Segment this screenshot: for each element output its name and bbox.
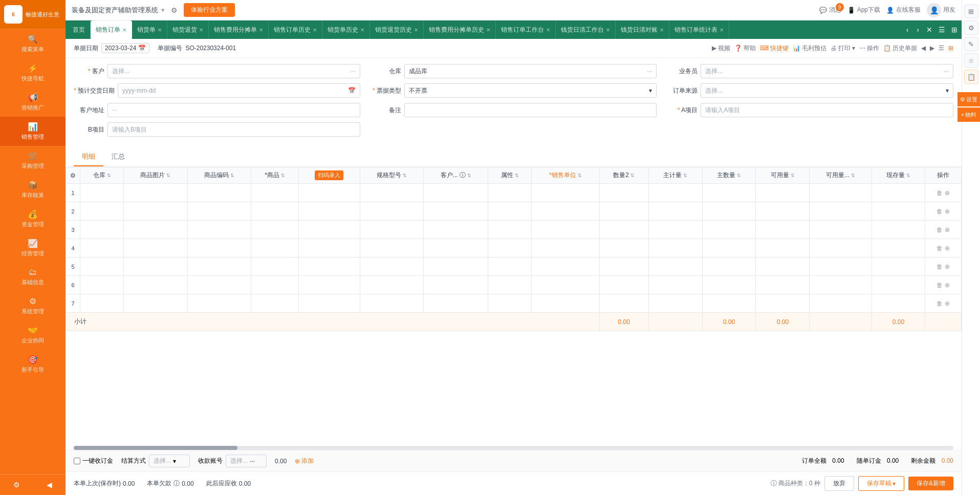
gear-icon[interactable]: ⚙ <box>171 6 178 14</box>
th-customer-ref[interactable]: 客户...ⓘ⇅ <box>424 167 488 184</box>
order-source-select[interactable]: 选择... ▾ <box>701 83 953 98</box>
row-main-unit[interactable] <box>648 184 702 202</box>
row-sales-unit[interactable] <box>532 184 599 202</box>
tab-daily-reconcile[interactable]: 钱货日清对账 ✕ <box>616 20 669 39</box>
payment-select[interactable]: 选择... ▾ <box>149 455 190 467</box>
prev-record-btn[interactable]: ◀ <box>921 44 926 53</box>
shortcut-btn[interactable]: ⌨ 快捷键 <box>760 44 789 53</box>
customer-input[interactable]: 选择... ··· <box>107 64 360 78</box>
row-code[interactable] <box>187 202 251 221</box>
tab-close-icon[interactable]: ✕ <box>259 27 263 33</box>
history-btn[interactable]: 📋 历史单据 <box>883 44 917 53</box>
settings-quick-btn[interactable]: ⚙ 设置 <box>957 92 962 106</box>
row-warehouse[interactable] <box>80 184 124 202</box>
row-qty2[interactable] <box>599 202 648 221</box>
row-customer-ref[interactable] <box>424 202 488 221</box>
tab-close-all-btn[interactable]: ✕ <box>924 25 934 35</box>
save-draft-button[interactable]: 保存草稿 ▾ <box>858 476 904 491</box>
right-panel-btn-1[interactable]: ⊞ <box>964 4 978 18</box>
right-panel-btn-4[interactable]: ☆ <box>964 53 978 68</box>
right-panel-btn-3[interactable]: ✎ <box>964 37 978 51</box>
card-view-btn[interactable]: ⊞ <box>948 44 953 53</box>
print-btn[interactable]: 🖨 打印 ▾ <box>831 44 855 53</box>
industry-solution-button[interactable]: 体验行业方案 <box>184 3 235 17</box>
row-product[interactable] <box>251 184 299 202</box>
row-copy-btn[interactable]: ⊕ <box>945 300 950 307</box>
tab-sales-invoice-history[interactable]: 销货单历史 ✕ <box>322 20 370 39</box>
remark-input[interactable] <box>404 103 657 117</box>
tab-close-icon[interactable]: ✕ <box>122 27 126 33</box>
tab-close-icon[interactable]: ✕ <box>546 27 550 33</box>
row-delete-btn[interactable]: 🗑 <box>937 226 943 233</box>
row-delete-btn[interactable]: 🗑 <box>937 208 943 215</box>
row-spec[interactable] <box>360 184 424 202</box>
row-image[interactable] <box>124 184 188 202</box>
b-project-input[interactable]: 请输入B项目 <box>107 122 360 137</box>
tab-close-icon[interactable]: ✕ <box>158 27 162 33</box>
th-available-qty2[interactable]: 可用量...⇅ <box>810 167 872 184</box>
row-qty2[interactable] <box>599 184 648 202</box>
th-attr[interactable]: 属性⇅ <box>488 167 532 184</box>
a-project-input[interactable]: 请输入A项目 <box>701 103 953 117</box>
settings-bottom-icon[interactable]: ⚙ <box>11 479 22 491</box>
invoice-select[interactable]: 不开票 ▾ <box>404 83 657 98</box>
row-warehouse[interactable] <box>80 202 124 221</box>
tab-sales-order[interactable]: 销售订单 ✕ <box>91 20 132 39</box>
row-copy-btn[interactable]: ⊕ <box>945 282 950 289</box>
row-delete-btn[interactable]: 🗑 <box>937 189 943 197</box>
tab-order-workbench[interactable]: 销售订单工作台 ✕ <box>496 20 556 39</box>
account-input[interactable]: 选择... ··· <box>226 455 267 467</box>
th-settings[interactable]: ⚙ <box>66 167 80 184</box>
tab-close-icon[interactable]: ✕ <box>199 27 203 33</box>
row-delete-btn[interactable]: 🗑 <box>937 282 943 289</box>
save-new-button[interactable]: 保存&新增 <box>908 477 953 490</box>
tab-next-btn[interactable]: › <box>913 26 922 34</box>
row-customer-ref[interactable] <box>424 184 488 202</box>
address-input[interactable]: ··· <box>107 103 360 117</box>
row-attr[interactable] <box>488 184 532 202</box>
table-scrollbar[interactable] <box>74 446 953 450</box>
row-copy-btn[interactable]: ⊕ <box>945 263 950 270</box>
th-main-qty[interactable]: 主数量⇅ <box>702 167 756 184</box>
collapse-icon[interactable]: ◀ <box>45 479 54 491</box>
row-delete-btn[interactable]: 🗑 <box>937 263 943 270</box>
sidebar-item-operations[interactable]: 📈 经营管理 <box>0 233 66 263</box>
row-attr[interactable] <box>488 202 532 221</box>
message-icon-btn[interactable]: 💬 消息 9 <box>819 6 841 14</box>
right-panel-btn-2[interactable]: ⚙ <box>964 20 978 35</box>
th-product[interactable]: *商品⇅ <box>251 167 299 184</box>
row-spec[interactable] <box>360 202 424 221</box>
delivery-date-input[interactable]: yyyy-mm-dd 📅 <box>118 83 360 98</box>
th-sales-unit[interactable]: *销售单位⇅ <box>532 167 599 184</box>
one-key-checkbox[interactable] <box>74 458 80 464</box>
sidebar-item-guide[interactable]: 🎯 新手引导 <box>0 350 66 379</box>
th-main-unit[interactable]: 主计量⇅ <box>648 167 702 184</box>
tab-close-icon[interactable]: ✕ <box>414 27 418 33</box>
right-panel-btn-5[interactable]: 📋 <box>964 70 978 84</box>
row-main-qty[interactable] <box>702 184 756 202</box>
online-service-btn[interactable]: 👤 在线客服 <box>886 6 921 14</box>
list-view-btn[interactable]: ☰ <box>939 44 944 53</box>
th-spec[interactable]: 规格型号⇅ <box>360 167 424 184</box>
discard-button[interactable]: 放弃 <box>824 476 854 491</box>
th-product-code[interactable]: 商品编码⇅ <box>187 167 251 184</box>
row-stock[interactable] <box>872 184 925 202</box>
tab-close-icon[interactable]: ✕ <box>486 27 490 33</box>
tab-close-icon[interactable]: ✕ <box>660 27 664 33</box>
date-value[interactable]: 2023-03-24 📅 <box>101 43 149 53</box>
scan-btn[interactable]: 扫码录入 <box>315 170 343 180</box>
row-available[interactable] <box>756 202 810 221</box>
operation-btn[interactable]: ⋯ 操作 <box>859 44 879 53</box>
row-copy-btn[interactable]: ⊕ <box>945 226 950 233</box>
sidebar-item-system[interactable]: ⚙ 系统管理 <box>0 291 66 320</box>
row-copy-btn[interactable]: ⊕ <box>945 189 950 197</box>
save-draft-dropdown-icon[interactable]: ▾ <box>892 480 896 487</box>
sidebar-item-finance[interactable]: 💰 资金管理 <box>0 204 66 233</box>
tab-sales-stats[interactable]: 销售订单统计表 ✕ <box>669 20 729 39</box>
row-copy-btn[interactable]: ⊕ <box>945 245 950 252</box>
detail-tab-huizong[interactable]: 汇总 <box>103 148 133 166</box>
tab-close-icon[interactable]: ✕ <box>606 27 610 33</box>
staff-input[interactable]: 选择... ··· <box>701 64 953 78</box>
tab-return-history[interactable]: 销货退货历史 ✕ <box>370 20 424 39</box>
tab-close-icon[interactable]: ✕ <box>720 27 724 33</box>
